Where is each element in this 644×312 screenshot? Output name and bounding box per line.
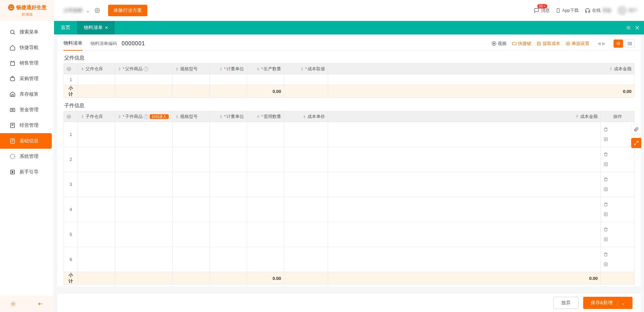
save-and-new-button[interactable]: 保存&新增 ⌄	[583, 297, 633, 309]
child-col-unit-cost[interactable]: ▲▼成本单价	[284, 111, 328, 122]
sidebar-item-operation[interactable]: 经营管理	[0, 118, 54, 133]
row-index: 4	[64, 197, 78, 222]
scan-input-tag[interactable]: 扫码录入	[150, 114, 169, 119]
help-icon[interactable]: ?	[144, 114, 148, 119]
add-row-icon[interactable]	[603, 212, 631, 217]
child-table-row[interactable]: 3	[64, 172, 635, 197]
purchase-icon	[9, 76, 16, 82]
fullscreen-icon[interactable]	[631, 138, 641, 148]
svg-rect-55	[605, 178, 607, 181]
add-row-icon[interactable]	[603, 162, 631, 167]
app-download-button[interactable]: App下载	[556, 7, 579, 14]
svg-rect-9	[10, 77, 15, 81]
sidebar-item-finance[interactable]: 资金管理	[0, 102, 54, 118]
view-detail-icon[interactable]	[625, 40, 635, 48]
sidebar-item-basic[interactable]: 基础信息	[0, 133, 52, 149]
sidebar-settings-icon[interactable]	[10, 301, 16, 307]
help-icon[interactable]: ?	[144, 67, 148, 71]
video-link[interactable]: 视频	[492, 41, 506, 47]
tabstrip-menu-icon[interactable]	[625, 24, 632, 31]
parent-col-cost-method[interactable]: ▲▼*成本取值	[284, 64, 328, 74]
user-menu[interactable]: 用户	[617, 6, 637, 15]
add-row-icon[interactable]	[603, 137, 631, 142]
tab-close-icon[interactable]: ✕	[105, 25, 108, 30]
delete-row-icon[interactable]	[603, 152, 631, 157]
sidebar-item-guide[interactable]: 新手引导	[0, 164, 54, 180]
child-col-cost-amount[interactable]: ▲▼成本金额	[328, 111, 601, 122]
sidebar-item-purchase[interactable]: 采购管理	[0, 71, 54, 87]
doc-settings-link[interactable]: 单据设置	[566, 41, 589, 47]
sidebar-item-sales[interactable]: 销售管理	[0, 55, 54, 71]
child-table-row[interactable]: 5	[64, 222, 635, 247]
parent-table-row[interactable]: 1	[64, 74, 635, 85]
child-col-uom[interactable]: ▲▼*计量单位	[210, 111, 247, 122]
pager-prev-icon[interactable]: ◀	[597, 41, 601, 46]
sidebar-item-search[interactable]: 搜索菜单	[0, 24, 54, 40]
sidebar-item-quicknav[interactable]: 快捷导航	[0, 40, 54, 55]
basic-icon	[9, 138, 16, 144]
parent-subtotal-label: 小计	[64, 85, 78, 98]
chevron-down-icon: ⌄	[86, 8, 90, 13]
logo-text: 畅捷通好生意	[16, 4, 47, 11]
parent-col-cost-amount[interactable]: ▲▼成本金额	[328, 64, 635, 74]
attachment-icon[interactable]	[631, 124, 641, 135]
online-extra: 客服	[602, 7, 611, 14]
messages-button[interactable]: 99 + 消息	[534, 7, 550, 14]
sort-icon: ▲▼	[256, 67, 260, 71]
shortcut-link[interactable]: 快捷键	[512, 41, 531, 47]
sidebar-item-label: 新手引导	[20, 169, 39, 175]
child-col-product[interactable]: ▲▼*子件商品?扫码录入	[115, 111, 173, 122]
tabstrip-close-all-icon[interactable]	[633, 23, 642, 32]
online-support-button[interactable]: 在线 客服	[585, 7, 611, 14]
search-icon	[9, 29, 16, 35]
sales-icon	[9, 60, 16, 66]
extract-cost-link[interactable]: 提取成本	[537, 41, 560, 47]
tab-bom[interactable]: 物料清单 ✕	[77, 21, 115, 34]
sidebar-item-system[interactable]: 系统管理	[0, 149, 54, 164]
delete-row-icon[interactable]	[603, 252, 631, 257]
child-table-row[interactable]: 1	[64, 122, 635, 147]
tab-home[interactable]: 首页	[54, 21, 77, 34]
child-col-spec[interactable]: ▲▼规格型号	[173, 111, 210, 122]
sidebar-item-label: 销售管理	[20, 60, 39, 66]
sidebar-collapse-icon[interactable]	[37, 302, 43, 306]
delete-row-icon[interactable]	[603, 227, 631, 232]
add-row-icon[interactable]	[603, 187, 631, 192]
add-row-icon[interactable]	[603, 237, 631, 242]
sort-icon: ▲▼	[175, 115, 179, 119]
child-col-warehouse[interactable]: ▲▼子件仓库	[78, 111, 115, 122]
parent-col-gear[interactable]	[64, 64, 78, 74]
parent-col-product[interactable]: ▲▼*父件商品?	[115, 64, 173, 74]
bom-code-value: 0000001	[122, 41, 145, 47]
parent-col-warehouse[interactable]: ▲▼父件仓库	[78, 64, 115, 74]
child-col-action: 操作	[601, 111, 635, 122]
parent-col-spec[interactable]: ▲▼规格型号	[173, 64, 210, 74]
settings-gear-button[interactable]	[93, 6, 102, 15]
delete-row-icon[interactable]	[603, 127, 631, 132]
phone-icon	[556, 8, 561, 13]
subtab-bom[interactable]: 物料清单	[64, 37, 82, 51]
child-table-row[interactable]: 6	[64, 247, 635, 272]
child-table-row[interactable]: 2	[64, 147, 635, 172]
company-selector[interactable]: 公司名称 ⌄	[64, 7, 90, 14]
tab-home-label: 首页	[61, 25, 70, 31]
svg-rect-10	[12, 95, 14, 96]
discard-button[interactable]: 放弃	[553, 297, 578, 309]
child-col-need-qty[interactable]: ▲▼*需用数量	[247, 111, 284, 122]
child-table-row[interactable]: 4	[64, 197, 635, 222]
view-list-icon[interactable]	[614, 40, 623, 48]
delete-row-icon[interactable]	[603, 177, 631, 182]
child-subtotal-amount: 0.00	[328, 272, 601, 285]
parent-col-uom[interactable]: ▲▼*计量单位	[210, 64, 247, 74]
online-label: 在线	[592, 7, 601, 14]
delete-row-icon[interactable]	[603, 202, 631, 207]
try-industry-solution-button[interactable]: 体验行业方案	[108, 5, 147, 16]
parent-col-qty[interactable]: ▲▼*生产数量	[247, 64, 284, 74]
add-row-icon[interactable]	[603, 262, 631, 267]
main: 首页 物料清单 ✕ 物料清单	[54, 21, 644, 312]
tab-bom-label: 物料清单	[84, 25, 103, 31]
sidebar-item-inventory[interactable]: 库存核算	[0, 87, 54, 102]
pager-next-icon[interactable]: ▶	[602, 41, 605, 46]
chevron-down-icon: ⌄	[621, 300, 625, 306]
child-col-gear[interactable]	[64, 111, 78, 122]
